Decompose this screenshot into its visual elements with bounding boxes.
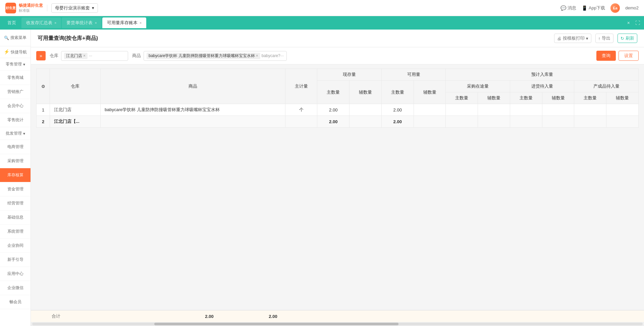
- sidebar-new-guide-label: 新手引导: [7, 257, 23, 263]
- sidebar-item-enterprise-collab[interactable]: 企业协同: [0, 239, 31, 253]
- col-header-current-stock: 现存量: [317, 69, 382, 81]
- product-tag-1-close[interactable]: ×: [256, 53, 258, 58]
- warehouse-filter-group: 仓库 江北门店 × ···: [50, 51, 128, 61]
- col-incoming-pending-main: 主数量: [510, 92, 542, 104]
- wholesale-mgmt-chevron: [23, 131, 25, 136]
- sidebar-item-member-center[interactable]: 会员中心: [0, 99, 31, 113]
- sidebar-item-system-mgmt[interactable]: 系统管理: [0, 225, 31, 239]
- top-bar-right: 消息 App下载 Ea demo2: [560, 3, 639, 13]
- sidebar-item-ecommerce-mgmt[interactable]: 电商管理: [0, 140, 31, 154]
- row-2-available-main: 2.00: [381, 116, 414, 128]
- sidebar-item-inventory-check[interactable]: 库存核算: [0, 168, 31, 182]
- avatar[interactable]: Ea: [610, 3, 620, 13]
- col-header-settings[interactable]: [37, 69, 50, 104]
- row-2-warehouse: 江北门店【...: [50, 116, 101, 128]
- row-2-production-aux: [606, 116, 639, 128]
- sidebar-item-retail-stats[interactable]: 零售统计: [0, 113, 31, 127]
- tab-collect-pay-close[interactable]: [54, 21, 56, 25]
- query-btn[interactable]: 查询: [596, 51, 616, 61]
- app-download-label: App下载: [589, 5, 605, 11]
- col-header-available: 可用量: [381, 69, 446, 81]
- sidebar-business-label: 经营管理: [7, 200, 23, 206]
- content-area: 可用量查询(按仓库+商品) 按模板打印 导出 刷新 »: [31, 30, 644, 326]
- row-2-main-unit: [285, 116, 317, 128]
- data-table: 仓库 商品 主计量 现存量 可用量 预计入库量 主数量 辅数量 主数量 辅数量 …: [36, 68, 639, 128]
- tab-home[interactable]: 首页: [3, 17, 21, 28]
- refresh-label: 刷新: [626, 35, 634, 41]
- page-title: 可用量查询(按仓库+商品): [38, 35, 98, 42]
- settings-btn[interactable]: 设置: [619, 51, 639, 61]
- sidebar-item-retail-mall[interactable]: 零售商城: [0, 71, 31, 85]
- product-filter-more[interactable]: babycare?···: [262, 53, 284, 58]
- top-bar-left: 好生意 畅捷通好生意 标准版 母婴行业演示账套: [5, 3, 98, 13]
- warehouse-filter-input[interactable]: 江北门店 × ···: [61, 51, 128, 61]
- refresh-btn[interactable]: 刷新: [618, 34, 637, 43]
- sidebar-item-member-vip[interactable]: 畅会员: [0, 295, 31, 309]
- logo-text: 畅捷通好生意 标准版: [19, 3, 43, 13]
- sidebar-retail-mgmt-label: 零售管理: [6, 61, 22, 67]
- quick-nav-btn[interactable]: 快捷导航: [0, 46, 31, 58]
- sidebar-item-basic-info[interactable]: 基础信息: [0, 211, 31, 225]
- tab-available-stock-label: 可用量库存账本: [107, 20, 138, 26]
- row-1-current-aux: [350, 104, 382, 116]
- col-production-pending-aux: 辅数量: [606, 92, 639, 104]
- sidebar-item-enterprise-wechat[interactable]: 企业微信: [0, 281, 31, 295]
- nav-tabs: 首页 收发存汇总表 要货单统计表 可用量库存账本 × ⛶: [0, 16, 644, 30]
- tab-order-stat-close[interactable]: [95, 21, 97, 25]
- tab-available-stock[interactable]: 可用量库存账本: [102, 17, 146, 28]
- col-header-purchase-transit: 采购在途量: [446, 81, 510, 92]
- sidebar-item-new-guide[interactable]: 新手引导: [0, 253, 31, 267]
- retail-mgmt-chevron: [23, 62, 25, 67]
- export-btn[interactable]: 导出: [595, 34, 614, 43]
- sidebar-item-marketing[interactable]: 营销推广: [0, 85, 31, 99]
- sidebar-retail-mall-label: 零售商城: [7, 75, 23, 81]
- user-name[interactable]: demo2: [625, 5, 639, 10]
- logo-icon: 好生意: [5, 3, 16, 13]
- filter-expand-btn[interactable]: »: [36, 51, 46, 60]
- sidebar-retail-stats-label: 零售统计: [7, 117, 23, 123]
- product-filter-label: 商品: [132, 53, 141, 59]
- sidebar-search-area: 搜索菜单: [0, 30, 31, 46]
- user-name-label: demo2: [625, 5, 639, 10]
- sidebar-item-finance-mgmt[interactable]: 资金管理: [0, 182, 31, 196]
- sidebar-item-wholesale-mgmt[interactable]: 批发管理: [0, 127, 31, 140]
- page-header: 可用量查询(按仓库+商品) 按模板打印 导出 刷新: [31, 30, 644, 47]
- sidebar-item-app-center[interactable]: 应用中心: [0, 267, 31, 281]
- message-btn[interactable]: 消息: [560, 5, 576, 11]
- search-menu-label: 搜索菜单: [10, 35, 26, 41]
- row-2-current-aux: [350, 116, 382, 128]
- tab-collect-pay[interactable]: 收发存汇总表: [21, 17, 61, 28]
- app-download-btn[interactable]: App下载: [582, 5, 605, 11]
- logo-area: 好生意 畅捷通好生意 标准版: [5, 3, 43, 13]
- print-btn[interactable]: 按模板打印: [554, 34, 591, 43]
- col-header-product: 商品: [100, 69, 285, 104]
- col-header-expected-in: 预计入库量: [446, 69, 639, 81]
- sidebar-item-business-mgmt[interactable]: 经营管理: [0, 196, 31, 211]
- search-menu-btn[interactable]: 搜索菜单: [3, 33, 28, 43]
- col-header-production-pending: 产成品待入量: [574, 81, 639, 92]
- export-label: 导出: [602, 35, 610, 41]
- sidebar-item-purchase-mgmt[interactable]: 采购管理: [0, 154, 31, 168]
- row-1-incoming-main: [510, 104, 542, 116]
- product-filter-input[interactable]: babycare学饮杯 儿童防摔防撞吸管杯重力球吸嘴杯宝宝水杯 × babyca…: [144, 51, 287, 61]
- sidebar-system-label: 系统管理: [7, 229, 23, 234]
- col-header-main-unit: 主计量: [285, 69, 317, 104]
- warehouse-filter-more[interactable]: ···: [89, 53, 92, 58]
- sidebar-wholesale-mgmt-label: 批发管理: [6, 131, 22, 136]
- fullscreen-btn[interactable]: ⛶: [634, 19, 641, 27]
- horizontal-scrollbar[interactable]: [31, 322, 644, 326]
- top-divider: [47, 5, 47, 11]
- filter-actions: 查询 设置: [596, 51, 639, 61]
- col-purchase-transit-main: 主数量: [446, 92, 478, 104]
- row-2-purchase-aux: [478, 116, 510, 128]
- industry-select[interactable]: 母婴行业演示账套: [51, 3, 98, 13]
- close-all-btn[interactable]: ×: [626, 19, 631, 27]
- scroll-thumb[interactable]: [154, 323, 398, 325]
- tab-order-stat[interactable]: 要货单统计表: [62, 17, 101, 28]
- col-header-current-main-qty: 主数量: [317, 81, 350, 104]
- top-bar: 好生意 畅捷通好生意 标准版 母婴行业演示账套 消息 App下载 Ea demo…: [0, 0, 644, 16]
- warehouse-tag-1-close[interactable]: ×: [83, 53, 86, 58]
- sidebar-item-retail-mgmt[interactable]: 零售管理: [0, 58, 31, 71]
- row-1-production-main: [574, 104, 606, 116]
- tab-available-stock-close[interactable]: [140, 21, 142, 25]
